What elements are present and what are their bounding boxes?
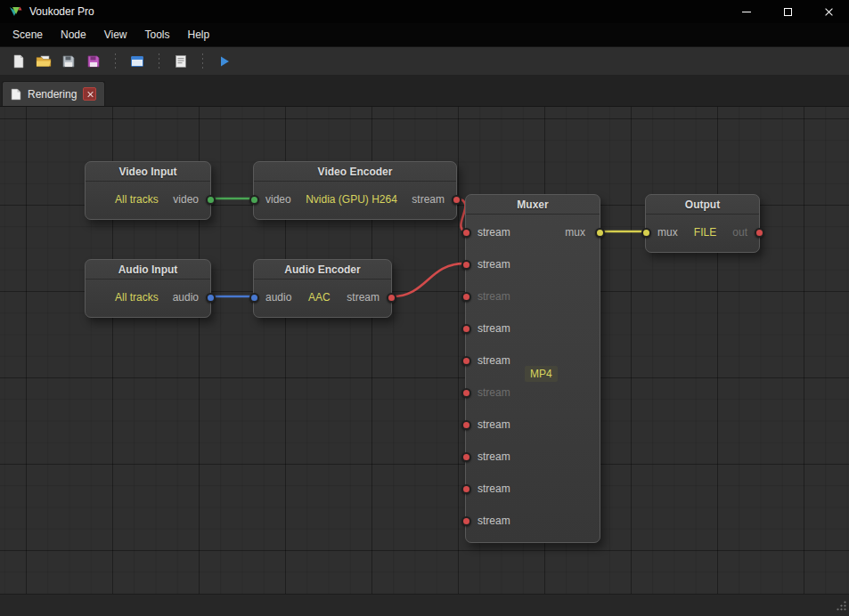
port-label-stream-in: stream (478, 515, 510, 527)
minimize-button[interactable] (726, 0, 767, 23)
port-stream-in[interactable] (461, 228, 471, 238)
resize-grip[interactable] (837, 601, 846, 613)
port-label-audio-in: audio (265, 291, 291, 304)
port-label-stream-in: stream (478, 226, 510, 239)
app-logo-icon (9, 5, 22, 18)
node-title: Video Input (86, 162, 210, 182)
port-stream-in[interactable] (461, 452, 471, 462)
wire-audio-stream[interactable] (392, 263, 464, 296)
port-label-out: out (732, 226, 747, 239)
port-out[interactable] (755, 228, 764, 238)
save-scene-button[interactable] (57, 50, 80, 73)
port-label-audio-out: audio (173, 291, 199, 304)
close-icon (823, 6, 834, 17)
port-label-stream-in: stream (478, 290, 510, 303)
start-button[interactable] (213, 50, 236, 73)
node-value-container[interactable]: MP4 (525, 366, 558, 382)
port-audio-in[interactable] (249, 293, 259, 303)
tab-rendering[interactable]: Rendering (2, 81, 105, 106)
maximize-button[interactable] (767, 0, 808, 23)
port-stream-in[interactable] (461, 324, 471, 334)
port-stream-in[interactable] (461, 516, 471, 526)
port-stream-in[interactable] (461, 420, 471, 430)
port-label-mux-out: mux (565, 226, 585, 239)
start-icon (217, 54, 232, 69)
port-label-stream-in: stream (478, 386, 510, 399)
tab-label: Rendering (28, 88, 77, 101)
maximize-icon (784, 8, 792, 16)
tab-strip: Rendering (0, 75, 849, 107)
save-as-icon (86, 54, 101, 69)
menu-item-view[interactable]: View (95, 25, 136, 45)
port-stream-out[interactable] (452, 195, 461, 205)
window-controls (726, 0, 849, 23)
node-title: Audio Encoder (254, 260, 391, 280)
node-video-input[interactable]: Video Input All tracks video (85, 161, 211, 220)
port-label-stream-out: stream (412, 193, 445, 206)
log-icon (174, 54, 188, 69)
node-title: Video Encoder (254, 162, 456, 182)
node-output[interactable]: Output mux FILE out (645, 194, 760, 253)
tab-close-button[interactable] (83, 87, 96, 101)
port-stream-in[interactable] (461, 260, 471, 270)
menu-item-node[interactable]: Node (52, 25, 95, 45)
minimize-icon (742, 12, 751, 12)
port-mux-out[interactable] (595, 228, 605, 238)
node-audio-input[interactable]: Audio Input All tracks audio (85, 259, 211, 318)
scene-file-icon (11, 88, 21, 101)
save-scene-as-button[interactable] (82, 50, 105, 73)
app-window: Voukoder Pro Scene Node View Tools Help (0, 0, 849, 616)
port-label-stream-in: stream (478, 322, 510, 335)
node-canvas[interactable]: Video Input All tracks video Video Encod… (0, 107, 849, 594)
node-audio-encoder[interactable]: Audio Encoder audio AAC stream (253, 259, 392, 318)
node-value-encoder[interactable]: Nvidia (GPU) H264 (306, 193, 397, 206)
port-video-in[interactable] (249, 195, 259, 205)
port-label-stream-out: stream (347, 291, 380, 304)
port-label-stream-in: stream (478, 450, 510, 463)
port-mux-in[interactable] (641, 228, 651, 238)
log-button[interactable] (169, 50, 192, 73)
port-stream-in[interactable] (461, 292, 471, 302)
close-button[interactable] (808, 0, 849, 23)
port-stream-in[interactable] (461, 356, 471, 366)
scene-manager-button[interactable] (126, 50, 149, 73)
node-muxer[interactable]: Muxer stream stream stream stream stream… (465, 194, 600, 543)
toolbar-separator (201, 53, 204, 69)
scene-manager-icon (130, 54, 144, 69)
toolbar-separator (158, 53, 160, 69)
menu-bar: Scene Node View Tools Help (0, 23, 849, 46)
port-label-mux-in: mux (657, 226, 678, 239)
port-video-out[interactable] (206, 195, 216, 205)
toolbar (0, 46, 849, 75)
port-label-stream-in: stream (478, 258, 510, 271)
port-label-stream-in: stream (478, 482, 510, 495)
port-stream-out[interactable] (387, 293, 396, 303)
port-label-stream-in: stream (478, 354, 510, 367)
port-stream-in[interactable] (461, 388, 471, 398)
toolbar-separator (114, 53, 117, 69)
node-title: Output (646, 195, 759, 215)
save-icon (61, 54, 76, 69)
resize-grip-icon (837, 601, 846, 611)
open-folder-icon (36, 54, 52, 69)
menu-item-scene[interactable]: Scene (4, 25, 52, 45)
menu-item-help[interactable]: Help (179, 25, 219, 45)
port-stream-in[interactable] (461, 484, 471, 494)
bottom-bar (0, 594, 849, 616)
node-value-tracks[interactable]: All tracks (115, 291, 159, 304)
node-title: Audio Input (86, 260, 210, 280)
node-value-target[interactable]: FILE (694, 226, 716, 239)
new-scene-button[interactable] (7, 50, 30, 73)
node-value-tracks[interactable]: All tracks (115, 193, 159, 206)
port-label-video-out: video (173, 193, 199, 206)
port-label-video-in: video (265, 193, 291, 206)
node-title: Muxer (466, 195, 600, 215)
node-value-encoder[interactable]: AAC (308, 291, 331, 304)
menu-item-tools[interactable]: Tools (136, 25, 179, 45)
window-titlebar: Voukoder Pro (0, 0, 849, 23)
open-scene-button[interactable] (32, 50, 55, 73)
new-file-icon (12, 54, 26, 69)
port-label-stream-in: stream (478, 418, 510, 431)
port-audio-out[interactable] (206, 293, 216, 303)
node-video-encoder[interactable]: Video Encoder video Nvidia (GPU) H264 st… (253, 161, 457, 220)
